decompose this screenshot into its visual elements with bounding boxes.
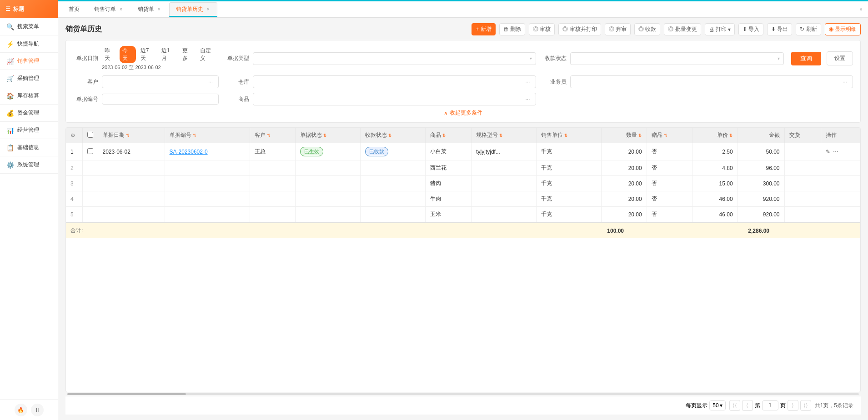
page-header: 销货单历史 + 新增 🗑 删除 ◎ 审核 ◎ 审核并打印 ◎ 弃审 ◎ 收款 ◎…: [65, 23, 861, 35]
sidebar-item-basic-info[interactable]: 📋 基础信息: [0, 139, 58, 156]
collapse-filter-button[interactable]: ∧ 收起更多条件: [444, 109, 482, 117]
cell-checkbox[interactable]: [82, 143, 98, 160]
collect-button[interactable]: ◎ 收款: [634, 23, 660, 35]
date-shortcut-yesterday[interactable]: 昨天: [102, 46, 118, 63]
filter-customer-input[interactable]: ···: [102, 75, 219, 88]
cell-spec: [472, 191, 537, 207]
display-detail-button[interactable]: ◉ 显示明细: [825, 23, 861, 35]
cell-trade: [784, 191, 821, 207]
goods-ellipsis[interactable]: ···: [523, 96, 532, 102]
filter-settings-button[interactable]: 设置: [827, 51, 853, 65]
filter-doc-type-select[interactable]: ▾: [253, 52, 536, 65]
more-icon[interactable]: ⋯: [833, 149, 838, 155]
edit-icon[interactable]: ✎: [826, 149, 830, 155]
cell-checkbox[interactable]: [82, 160, 98, 176]
cell-checkbox[interactable]: [82, 176, 98, 191]
page-size-dropdown[interactable]: 50 ▾: [709, 400, 725, 410]
abandon-button[interactable]: ◎ 弃审: [605, 23, 631, 35]
page-number-input[interactable]: [762, 400, 778, 410]
th-qty[interactable]: 数量 ⇅: [601, 128, 647, 143]
cell-checkbox[interactable]: [82, 191, 98, 207]
page-last-btn[interactable]: ⟩⟩: [800, 400, 811, 411]
filter-payment-status-select[interactable]: ▾: [570, 52, 784, 65]
cell-price: 46.00: [692, 207, 738, 222]
sidebar-item-quick-nav[interactable]: ⚡ 快捷导航: [0, 35, 58, 53]
salesman-ellipsis[interactable]: ···: [841, 79, 849, 85]
doc-no-link[interactable]: SA-20230602-0: [170, 149, 208, 155]
date-shortcut-7days[interactable]: 近7天: [138, 46, 157, 63]
th-price[interactable]: 单价 ⇅: [692, 128, 738, 143]
page-prev-btn[interactable]: ⟨: [742, 400, 753, 411]
delete-button[interactable]: 🗑 删除: [499, 23, 525, 35]
sidebar-item-purchase-mgmt[interactable]: 🛒 采购管理: [0, 70, 58, 87]
filter-doc-no-input[interactable]: [102, 94, 219, 105]
tab-sales-delivery-close[interactable]: ×: [157, 6, 161, 13]
sidebar-pause-btn[interactable]: ⏸: [31, 404, 44, 416]
page-first-btn[interactable]: ⟨⟨: [729, 400, 740, 411]
sidebar-item-sys-admin[interactable]: ⚙️ 系统管理: [0, 156, 58, 174]
th-doc-status[interactable]: 单据状态 ⇅: [295, 128, 360, 143]
data-table: ⚙ 单据日期 ⇅: [66, 128, 860, 222]
cell-spec: [472, 207, 537, 222]
cell-date: 2023-06-02: [98, 143, 165, 160]
th-customer[interactable]: 客户 ⇅: [250, 128, 296, 143]
refresh-button[interactable]: ↻ 刷新: [796, 23, 821, 35]
filter-warehouse-input[interactable]: ···: [253, 75, 536, 88]
cell-trade: [784, 207, 821, 222]
page-next-btn[interactable]: ⟩: [788, 400, 798, 411]
customer-ellipsis[interactable]: ···: [206, 79, 215, 85]
print-label: 打印: [716, 25, 727, 33]
select-all-checkbox[interactable]: [87, 132, 93, 138]
cell-actions: [821, 176, 860, 191]
batch-change-button[interactable]: ◎ 批量变更: [664, 23, 701, 35]
th-date[interactable]: 单据日期 ⇅: [98, 128, 165, 143]
print-button[interactable]: 🖨 打印 ▾: [705, 23, 735, 35]
th-gift[interactable]: 赠品 ⇅: [647, 128, 692, 143]
sidebar-item-operations[interactable]: 📊 经营管理: [0, 122, 58, 139]
goods-sort-icon: ⇅: [442, 133, 446, 138]
audit-button[interactable]: ◎ 审核: [529, 23, 555, 35]
tab-sales-history[interactable]: 销货单历史 ×: [169, 2, 217, 17]
sidebar-item-finance[interactable]: 💰 资金管理: [0, 105, 58, 122]
cell-qty: 20.00: [601, 191, 647, 207]
warehouse-ellipsis[interactable]: ···: [523, 79, 532, 85]
tab-sales-order[interactable]: 销售订单 ×: [87, 2, 130, 17]
filter-goods-input[interactable]: ···: [253, 93, 536, 105]
audit-print-button[interactable]: ◎ 审核并打印: [558, 23, 601, 35]
sidebar-item-inventory[interactable]: 🏠 库存核算: [0, 87, 58, 105]
date-shortcut-more[interactable]: 更多: [180, 46, 196, 63]
filter-salesman-input[interactable]: ···: [570, 75, 853, 88]
cell-checkbox[interactable]: [82, 207, 98, 222]
window-close-btn[interactable]: ×: [858, 6, 864, 13]
tab-home[interactable]: 首页: [62, 2, 86, 17]
footer-label: 合计:: [70, 227, 98, 235]
th-settings[interactable]: ⚙: [66, 128, 82, 143]
row-checkbox[interactable]: [87, 148, 93, 154]
cell-trade: [784, 176, 821, 191]
th-spec[interactable]: 规格型号 ⇅: [472, 128, 537, 143]
horizontal-scrollbar[interactable]: [65, 392, 861, 396]
sidebar-item-search-menu[interactable]: 🔍 搜索菜单: [0, 18, 58, 35]
filter-salesman-label: 业务员: [542, 78, 567, 86]
date-shortcut-1month[interactable]: 近1月: [159, 46, 178, 63]
tab-sales-history-close[interactable]: ×: [206, 6, 211, 13]
new-button[interactable]: + 新增: [472, 23, 495, 35]
cell-unit: 千克: [537, 143, 602, 160]
export-button[interactable]: ⬇ 导出: [767, 23, 792, 35]
sidebar-item-sales-mgmt[interactable]: 📈 销售管理: [0, 53, 58, 70]
th-unit[interactable]: 销售单位 ⇅: [537, 128, 602, 143]
th-goods[interactable]: 商品 ⇅: [425, 128, 472, 143]
sidebar-fire-btn[interactable]: 🔥: [15, 404, 27, 416]
th-doc-no[interactable]: 单据编号 ⇅: [165, 128, 250, 143]
cell-actions: [821, 160, 860, 176]
date-shortcut-today[interactable]: 今天: [120, 46, 135, 63]
cell-customer: 王总: [250, 143, 296, 160]
search-button[interactable]: 查询: [791, 52, 821, 65]
tab-sales-order-close[interactable]: ×: [119, 6, 123, 13]
th-payment-status[interactable]: 收款状态 ⇅: [360, 128, 425, 143]
settings-gear-icon[interactable]: ⚙: [70, 132, 75, 139]
date-shortcut-custom[interactable]: 自定义: [197, 46, 219, 63]
th-checkbox[interactable]: [82, 128, 98, 143]
tab-sales-delivery[interactable]: 销货单 ×: [131, 2, 168, 17]
import-button[interactable]: ⬆ 导入: [738, 23, 763, 35]
